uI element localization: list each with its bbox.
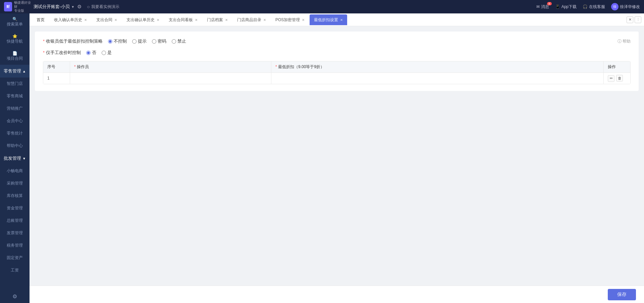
logo-icon: 财 — [4, 2, 12, 11]
policy-radio-forbid[interactable] — [172, 39, 176, 44]
logo-text: 畅捷通好业财 专业版 — [14, 1, 31, 13]
policy-radio-no-control[interactable] — [108, 39, 112, 44]
tab-income-history[interactable]: 收入确认单历史 ✕ — [50, 14, 91, 25]
settings-gear-icon: ⚙ — [12, 294, 17, 299]
sidebar-item-small-ecommerce[interactable]: 小畅电商 — [0, 165, 30, 177]
policy-option-no-control[interactable]: 不控制 — [108, 38, 127, 44]
col-min-discount: 最低折扣（9.00等于9折） — [271, 61, 604, 73]
col-operator: 操作员 — [70, 61, 271, 73]
policy-label: 收银员低于最低折扣控制策略 — [43, 38, 103, 44]
col-seq: 序号 — [43, 61, 70, 73]
save-button[interactable]: 保存 — [608, 289, 636, 300]
manual-price-radio-yes[interactable] — [102, 51, 106, 55]
tab-close-payment-contract[interactable]: ✕ — [114, 18, 117, 22]
tab-bar-controls: ✕ ⋮ — [627, 16, 641, 23]
discount-table: 序号 操作员 最低折扣（9.00等于9折） 操作 1 — [43, 61, 631, 84]
table-row: 1 ✏ 🗑 — [43, 73, 631, 84]
policy-form-row: 收银员低于最低折扣控制策略 不控制 提示 密码 — [43, 38, 631, 44]
sidebar-item-fixed-assets[interactable]: 固定资产 — [0, 252, 30, 264]
sidebar-item-retail-stats[interactable]: 零售统计 — [0, 127, 30, 140]
sidebar-item-accounting[interactable]: 总账管理 — [0, 214, 30, 227]
policy-radio-prompt[interactable] — [132, 39, 137, 44]
manual-price-form-row: 仅手工改价时控制 否 是 — [43, 50, 631, 56]
topbar-right: ✉ 消息 8 📱 App下载 🎧 在线客服 徐 徐泽华修改 — [536, 3, 640, 10]
sidebar-item-shortcut[interactable]: ⭐ 快捷导航 — [0, 31, 30, 48]
manual-price-label: 仅手工改价时控制 — [43, 50, 81, 56]
sidebar-item-marketing[interactable]: 营销推广 — [0, 102, 30, 115]
policy-option-password[interactable]: 密码 — [152, 38, 166, 44]
logo: 财 畅捷通好业财 专业版 — [4, 1, 31, 13]
tab-close-store-product-catalog[interactable]: ✕ — [263, 18, 266, 22]
table-header: 序号 操作员 最低折扣（9.00等于9折） 操作 — [43, 61, 631, 73]
shortcut-icon: ⭐ — [1, 34, 28, 39]
tab-store-archive[interactable]: 门店档案 ✕ — [203, 14, 232, 25]
cell-seq: 1 — [43, 73, 70, 84]
content-area: 首页 收入确认单历史 ✕ 支出合同 ✕ 支出确认单历史 ✕ 支出合同看板 ✕ 门… — [30, 13, 644, 303]
tab-close-current-button[interactable]: ✕ — [627, 16, 633, 23]
table-header-row: 序号 操作员 最低折扣（9.00等于9折） 操作 — [43, 61, 631, 73]
sidebar-item-help-center[interactable]: 帮助中心 — [0, 140, 30, 152]
sidebar-item-wholesale-mgmt[interactable]: 批发管理 ▼ — [0, 152, 30, 165]
tab-home[interactable]: 首页 — [32, 14, 49, 25]
bottom-bar: 保存 — [30, 286, 644, 303]
sidebar-item-search[interactable]: 🔍 搜索菜单 — [0, 13, 30, 31]
tab-close-min-discount-settings[interactable]: ✕ — [340, 18, 343, 22]
online-service-button[interactable]: 🎧 在线客服 — [583, 4, 605, 10]
tab-store-product-catalog[interactable]: 门店商品目录 ✕ — [233, 14, 270, 25]
app-download-button[interactable]: 📱 App下载 — [555, 4, 577, 10]
retail-mgmt-arrow-icon: ▲ — [22, 69, 26, 73]
contract-icon: 📄 — [1, 51, 28, 56]
topbar-settings-icon[interactable]: ⚙ — [77, 4, 82, 10]
manual-price-option-no[interactable]: 否 — [86, 50, 96, 56]
sidebar-item-member-center[interactable]: 会员中心 — [0, 115, 30, 127]
help-button[interactable]: ⓘ 帮助 — [618, 39, 631, 44]
main-layout: 🔍 搜索菜单 ⭐ 快捷导航 📄 项目合同 零售管理 ▲ 智慧门店 零售商城 营销… — [0, 13, 644, 303]
tab-payment-contract[interactable]: 支出合同 ✕ — [92, 14, 121, 25]
page-content: 收银员低于最低折扣控制策略 不控制 提示 密码 — [30, 26, 644, 286]
tab-pos-password-mgmt[interactable]: POS加密管理 ✕ — [271, 14, 309, 25]
sidebar-item-inventory-check[interactable]: 库存核算 — [0, 190, 30, 202]
policy-radio-group: 不控制 提示 密码 禁止 — [108, 38, 186, 44]
cell-min-discount — [271, 73, 604, 84]
tab-close-store-archive[interactable]: ✕ — [225, 18, 228, 22]
sidebar-item-retail-mgmt[interactable]: 零售管理 ▲ — [0, 65, 30, 78]
cell-operator — [70, 73, 271, 84]
sidebar-settings-button[interactable]: ⚙ — [0, 290, 30, 303]
user-info[interactable]: 徐 徐泽华修改 — [611, 3, 640, 10]
policy-option-forbid[interactable]: 禁止 — [172, 38, 186, 44]
message-badge: 8 — [547, 2, 552, 5]
project-dropdown-arrow: ▼ — [71, 5, 74, 9]
search-icon: 🔍 — [1, 17, 28, 21]
table-body: 1 ✏ 🗑 — [43, 73, 631, 84]
sidebar-item-project-contract[interactable]: 📄 项目合同 — [0, 48, 30, 65]
sidebar-item-fund-mgmt[interactable]: 资金管理 — [0, 202, 30, 214]
col-actions: 操作 — [604, 61, 631, 73]
sidebar-item-invoice-mgmt[interactable]: 发票管理 — [0, 227, 30, 239]
delete-action-icon[interactable]: 🗑 — [616, 75, 623, 82]
tab-close-pos-password-mgmt[interactable]: ✕ — [302, 18, 305, 22]
sidebar-item-purchase-mgmt[interactable]: 采购管理 — [0, 177, 30, 190]
tab-menu-button[interactable]: ⋮ — [635, 16, 641, 23]
tab-close-payment-contract-board[interactable]: ✕ — [195, 18, 198, 22]
sidebar-item-smart-store[interactable]: 智慧门店 — [0, 78, 30, 90]
tab-close-income-history[interactable]: ✕ — [84, 18, 87, 22]
headset-icon: 🎧 — [583, 4, 588, 9]
policy-radio-password[interactable] — [152, 39, 156, 44]
manual-price-option-yes[interactable]: 是 — [102, 50, 112, 56]
project-selector[interactable]: 测试分开账套-小贝 ▼ — [34, 4, 74, 10]
manual-price-radio-no[interactable] — [86, 51, 91, 55]
sidebar-item-tax-mgmt[interactable]: 税务管理 — [0, 239, 30, 252]
edit-action-icon[interactable]: ✏ — [608, 75, 614, 82]
tab-min-discount-settings[interactable]: 最低折扣设置 ✕ — [310, 14, 347, 25]
tab-close-payment-confirm-history[interactable]: ✕ — [157, 18, 159, 22]
demo-link[interactable]: ○ 我要看实例演示 — [87, 4, 119, 10]
cell-actions: ✏ 🗑 — [604, 73, 631, 84]
top-bar: 财 畅捷通好业财 专业版 测试分开账套-小贝 ▼ ⚙ ○ 我要看实例演示 ✉ 消… — [0, 0, 644, 13]
policy-option-prompt[interactable]: 提示 — [132, 38, 147, 44]
sidebar-item-retail-mall[interactable]: 零售商城 — [0, 90, 30, 102]
tab-payment-contract-board[interactable]: 支出合同看板 ✕ — [164, 14, 202, 25]
phone-icon: 📱 — [555, 4, 560, 9]
message-button[interactable]: ✉ 消息 8 — [536, 4, 549, 10]
tab-payment-confirm-history[interactable]: 支出确认单历史 ✕ — [122, 14, 164, 25]
sidebar-item-salary[interactable]: 工资 — [0, 264, 30, 276]
